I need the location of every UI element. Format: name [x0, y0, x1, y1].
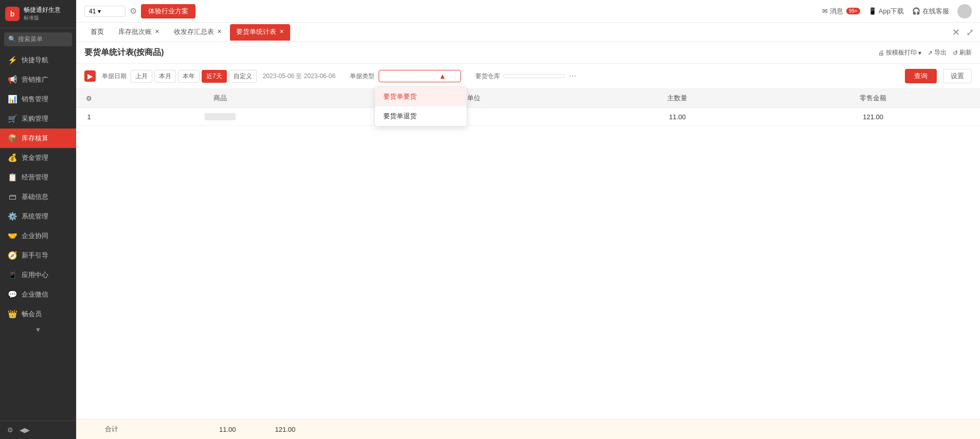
- refresh-btn[interactable]: ↺ 刷新: [953, 48, 972, 57]
- sidebar-item-label: 企业微信: [22, 290, 48, 299]
- warehouse-label: 要货仓库: [475, 72, 500, 81]
- tab-inventory-batch[interactable]: 库存批次账 ✕: [112, 24, 166, 41]
- cooperation-icon: 🤝: [7, 231, 17, 241]
- tab-recv-summary[interactable]: 收发存汇总表 ✕: [168, 24, 228, 41]
- online-service-btn[interactable]: 🎧 在线客服: [912, 7, 949, 16]
- topbar-right: ✉ 消息 99+ 📱 App下载 🎧 在线客服: [822, 4, 972, 19]
- sidebar-item-label: 采购管理: [22, 114, 48, 123]
- tab-order-stats-close[interactable]: ✕: [279, 28, 284, 35]
- app-download-icon: 📱: [868, 7, 877, 15]
- store-selector[interactable]: 41 ▾: [84, 6, 126, 17]
- type-dropdown: 要货单要货 要货单退货: [375, 86, 467, 126]
- data-table: ⚙ 商品 主计量单位 主数量 零售金额 1: [76, 89, 980, 126]
- print-arrow: ▾: [918, 49, 921, 57]
- date-btn-custom[interactable]: 自定义: [229, 70, 257, 83]
- topbar-left: 41 ▾ ⚙ 体验行业方案: [84, 4, 816, 19]
- footer-total-amount: 121.00: [275, 426, 296, 433]
- cell-amount: 121.00: [766, 108, 980, 126]
- page-title: 要货单统计表(按商品): [84, 47, 164, 58]
- sidebar-item-label: 系统管理: [22, 212, 48, 221]
- date-btn-7days[interactable]: 近7天: [202, 70, 227, 83]
- type-filter-label: 单据类型: [350, 72, 375, 81]
- sidebar-bottom: ⚙ ◀▶: [0, 420, 76, 439]
- sidebar-item-marketing[interactable]: 📢 营销推广: [0, 70, 76, 89]
- logo-title: 畅捷通好生意: [24, 6, 61, 14]
- sidebar-item-basic[interactable]: 🗃 基础信息: [0, 187, 76, 207]
- sidebar-item-quick-nav[interactable]: ⚡ 快捷导航: [0, 50, 76, 70]
- date-btn-this-year[interactable]: 本年: [178, 70, 200, 83]
- guide-icon: 🧭: [7, 251, 17, 260]
- messages-btn[interactable]: ✉ 消息 99+: [822, 7, 860, 16]
- settings-btn[interactable]: ⚙: [7, 426, 13, 434]
- tab-recv-summary-close[interactable]: ✕: [217, 28, 222, 35]
- tab-order-stats[interactable]: 要货单统计表 ✕: [230, 24, 290, 41]
- query-btn[interactable]: 查询: [905, 69, 937, 83]
- sidebar-item-label: 销售管理: [22, 95, 48, 104]
- date-btn-this-month[interactable]: 本月: [154, 70, 176, 83]
- sidebar-item-wechat[interactable]: 💬 企业微信: [0, 285, 76, 304]
- date-filter-label: 单据日期: [102, 72, 127, 81]
- dropdown-item-order-goods[interactable]: 要货单要货: [375, 87, 467, 106]
- logo-sub: 标准版: [24, 14, 61, 22]
- collapse-btn[interactable]: ◀▶: [20, 426, 30, 434]
- sidebar-item-label: 库存核算: [22, 134, 48, 143]
- topbar-settings-icon[interactable]: ⚙: [130, 6, 137, 16]
- sidebar-item-purchase[interactable]: 🛒 采购管理: [0, 109, 76, 129]
- sidebar-item-system[interactable]: ⚙️ 系统管理: [0, 207, 76, 226]
- messages-label: 消息: [830, 7, 843, 16]
- sidebar-item-management[interactable]: 📋 经营管理: [0, 168, 76, 187]
- sidebar-item-inventory[interactable]: 📦 库存核算: [0, 129, 76, 148]
- sidebar-item-app-center[interactable]: 📱 应用中心: [0, 265, 76, 285]
- tabs-expand[interactable]: ⤢: [964, 26, 976, 39]
- sidebar-item-label: 经营管理: [22, 173, 48, 182]
- refresh-label: 刷新: [959, 48, 972, 57]
- tab-home[interactable]: 首页: [84, 24, 110, 41]
- tab-inventory-batch-close[interactable]: ✕: [155, 28, 159, 35]
- product-placeholder: [205, 113, 236, 120]
- sidebar-item-label: 应用中心: [22, 270, 48, 280]
- sidebar-scroll-down[interactable]: ▼: [0, 324, 76, 336]
- dropdown-item-order-return[interactable]: 要货单退货: [375, 106, 467, 126]
- date-btn-last-month[interactable]: 上月: [131, 70, 152, 83]
- member-icon: 👑: [7, 309, 17, 319]
- sidebar-item-member[interactable]: 👑 畅会员: [0, 304, 76, 324]
- sidebar-item-label: 企业协同: [22, 231, 48, 241]
- sidebar-item-guide[interactable]: 🧭 新手引导: [0, 246, 76, 265]
- industry-btn[interactable]: 体验行业方案: [141, 4, 195, 19]
- tab-order-stats-label: 要货单统计表: [236, 27, 276, 36]
- sidebar-item-sales[interactable]: 📊 销售管理: [0, 89, 76, 109]
- store-number: 41: [89, 8, 96, 15]
- tab-home-label: 首页: [91, 27, 104, 36]
- export-label: 导出: [934, 48, 947, 57]
- type-select[interactable]: ▲: [379, 70, 461, 82]
- warehouse-filter-group: 要货仓库 ⋯: [475, 72, 576, 81]
- col-settings-icon: ⚙: [86, 95, 92, 102]
- cell-product: [102, 108, 338, 126]
- page-actions: 🖨 按模板打印 ▾ ↗ 导出 ↺ 刷新: [878, 48, 972, 57]
- col-settings[interactable]: ⚙: [76, 89, 102, 108]
- warehouse-more-icon[interactable]: ⋯: [569, 72, 576, 80]
- settings-btn[interactable]: 设置: [943, 69, 972, 83]
- print-btn[interactable]: 🖨 按模板打印 ▾: [878, 48, 921, 57]
- export-btn[interactable]: ↗ 导出: [928, 48, 947, 57]
- user-avatar[interactable]: [957, 4, 972, 19]
- col-qty: 主数量: [589, 89, 766, 108]
- type-filter-group: 单据类型 ▲: [350, 70, 461, 82]
- app-download-btn[interactable]: 📱 App下载: [868, 7, 904, 16]
- sidebar-item-finance[interactable]: 💰 资金管理: [0, 148, 76, 168]
- sidebar-search-label: 搜索菜单: [18, 35, 43, 44]
- messages-badge: 99+: [846, 8, 860, 14]
- sidebar-item-label: 新手引导: [22, 251, 48, 260]
- filter-expand-btn[interactable]: ▶: [84, 70, 96, 82]
- sidebar-search[interactable]: 🔍 搜索菜单: [4, 32, 72, 46]
- table-row: 1 块 11.00 121.00: [76, 108, 980, 126]
- print-label: 按模板打印: [886, 48, 917, 57]
- online-service-label: 在线客服: [922, 7, 949, 16]
- page-header: 要货单统计表(按商品) 🖨 按模板打印 ▾ ↗ 导出 ↺ 刷新: [76, 42, 980, 64]
- app-download-label: App下载: [879, 7, 904, 16]
- sidebar-item-cooperation[interactable]: 🤝 企业协同: [0, 226, 76, 246]
- store-dropdown-arrow: ▾: [98, 8, 101, 15]
- purchase-icon: 🛒: [7, 114, 17, 123]
- warehouse-select[interactable]: [503, 74, 565, 78]
- tabs-close-all[interactable]: ✕: [950, 26, 962, 39]
